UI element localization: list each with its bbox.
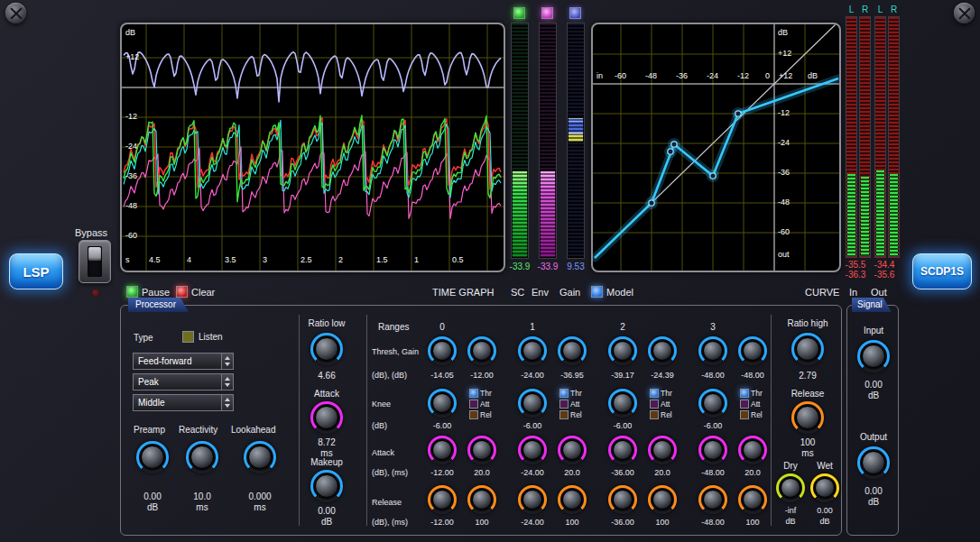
out-meter-label[interactable]: Out (871, 287, 887, 299)
range1-gain-knob[interactable] (558, 336, 587, 365)
chevron-down-icon[interactable] (225, 383, 230, 387)
range0-release-level-knob[interactable] (428, 485, 457, 514)
range2-knee-rel-checkbox[interactable] (650, 410, 659, 419)
range2-attack-time-knob[interactable] (648, 436, 677, 464)
range1-knee-knob[interactable] (518, 389, 547, 418)
range3-knee-att-checkbox[interactable] (740, 400, 749, 409)
output-gain-knob[interactable] (857, 446, 890, 479)
range3-gain-knob[interactable] (738, 336, 767, 365)
range2-gain-knob[interactable] (648, 336, 677, 365)
clear-label[interactable]: Clear (191, 287, 215, 299)
range3-attack-time-knob[interactable] (738, 436, 767, 464)
makeup-knob[interactable] (310, 470, 343, 502)
env-meter-toggle[interactable] (541, 7, 553, 19)
range0-knee-rel-label[interactable]: Rel (480, 410, 492, 419)
range1-release-level-knob[interactable] (518, 485, 547, 514)
range1-release-time-knob[interactable] (558, 485, 587, 514)
range2-attack-level-knob[interactable] (608, 436, 637, 464)
reactivity-knob[interactable] (186, 441, 218, 473)
env-label[interactable]: Env (532, 287, 549, 299)
range3-knee-rel-checkbox[interactable] (740, 410, 749, 419)
channel-source-spinner[interactable] (222, 394, 234, 411)
range2-release-level-knob[interactable] (608, 485, 637, 514)
chevron-up-icon[interactable] (225, 356, 230, 360)
range2-knee-att-checkbox[interactable] (650, 400, 659, 409)
range3-knee-thr-checkbox[interactable] (740, 389, 749, 398)
range0-knee-knob[interactable] (428, 389, 457, 418)
screw-icon (5, 3, 26, 23)
chevron-up-icon[interactable] (225, 398, 230, 401)
sidechain-type-select[interactable]: Peak (133, 373, 234, 390)
input-gain-knob[interactable] (857, 340, 890, 372)
range0-gain-knob[interactable] (467, 336, 496, 365)
range0-attack-time-knob[interactable] (467, 436, 496, 464)
gain-label[interactable]: Gain (559, 287, 580, 299)
ratio-low-knob[interactable] (310, 333, 343, 365)
range0-knee-thr-label[interactable]: Thr (480, 389, 492, 398)
release-knob[interactable] (791, 401, 824, 434)
range3-knee-rel-label[interactable]: Rel (751, 410, 763, 419)
clear-checkbox[interactable] (176, 286, 188, 298)
pause-checkbox[interactable] (126, 286, 138, 298)
range2-knee-rel-label[interactable]: Rel (661, 410, 672, 419)
range1-knee-rel-label[interactable]: Rel (570, 410, 582, 419)
gain-meter-toggle[interactable] (569, 7, 581, 19)
range1-attack-time-knob[interactable] (558, 436, 587, 464)
range1-knee-thr-checkbox[interactable] (559, 389, 569, 398)
sc-label[interactable]: SC (511, 287, 524, 299)
range0-knee-rel-checkbox[interactable] (469, 410, 478, 419)
range1-knee-rel-checkbox[interactable] (559, 410, 569, 419)
range2-threshold-knob[interactable] (608, 336, 637, 365)
wet-knob[interactable] (810, 473, 839, 502)
range0-threshold-knob[interactable] (428, 336, 457, 365)
listen-label[interactable]: Listen (199, 332, 223, 343)
range3-knee-att-label[interactable]: Att (751, 400, 760, 409)
time-x-tick: 4.5 (149, 255, 161, 264)
range3-release-level-knob[interactable] (698, 485, 727, 514)
mode-select-spinner[interactable] (222, 353, 234, 370)
range1-attack-level-knob[interactable] (518, 436, 547, 464)
range0-knee-att-checkbox[interactable] (469, 400, 478, 409)
range1-knee-att-label[interactable]: Att (570, 400, 579, 409)
range3-knee-thr-label[interactable]: Thr (751, 389, 763, 398)
listen-checkbox[interactable] (182, 331, 194, 343)
chevron-up-icon[interactable] (225, 377, 230, 381)
range1-knee-att-checkbox[interactable] (559, 400, 569, 409)
range1-attack-time-value: 20.0 (552, 468, 592, 478)
range3-release-time-knob[interactable] (738, 485, 767, 514)
range3-knee-knob[interactable] (698, 389, 727, 418)
range2-knee-knob[interactable] (608, 389, 637, 418)
lookahead-value: 0.000 (240, 491, 280, 502)
range2-knee-thr-checkbox[interactable] (650, 389, 659, 398)
range0-knee-thr-checkbox[interactable] (469, 389, 478, 398)
range1-threshold-knob[interactable] (518, 336, 547, 365)
attack-knob[interactable] (310, 401, 343, 434)
chevron-down-icon[interactable] (225, 363, 230, 366)
preamp-knob[interactable] (136, 441, 169, 473)
bypass-switch[interactable] (79, 240, 111, 283)
sidechain-type-spinner[interactable] (222, 373, 234, 390)
curve-panel: in -60 -48 -36 -24 -12 0 +12 dB dB +12 -… (591, 23, 841, 272)
range3-threshold-knob[interactable] (698, 336, 727, 365)
range3-attack-level-knob[interactable] (698, 436, 727, 464)
pause-label[interactable]: Pause (142, 287, 170, 299)
chevron-down-icon[interactable] (225, 404, 230, 408)
in-meter-label[interactable]: In (849, 287, 857, 299)
range2-knee-att-label[interactable]: Att (661, 400, 670, 409)
range2-release-time-knob[interactable] (648, 485, 677, 514)
channel-source-select[interactable]: Middle (133, 394, 234, 411)
range0-release-time-knob[interactable] (467, 485, 496, 514)
sc-meter-toggle[interactable] (513, 7, 525, 19)
ratio-high-knob[interactable] (791, 333, 824, 365)
range0-knee-att-label[interactable]: Att (480, 400, 489, 409)
range1-knee-thr-label[interactable]: Thr (570, 389, 582, 398)
range2-knee-thr-label[interactable]: Thr (661, 389, 672, 398)
lookahead-knob[interactable] (244, 441, 276, 473)
lsp-logo-button[interactable]: LSP (9, 253, 63, 289)
range0-attack-level-knob[interactable] (428, 436, 457, 464)
mode-select[interactable]: Feed-forward (133, 353, 234, 370)
model-label[interactable]: Model (606, 287, 633, 299)
dry-knob[interactable] (776, 473, 805, 502)
model-button[interactable]: SCDP1S (912, 253, 972, 289)
model-checkbox[interactable] (591, 286, 603, 298)
